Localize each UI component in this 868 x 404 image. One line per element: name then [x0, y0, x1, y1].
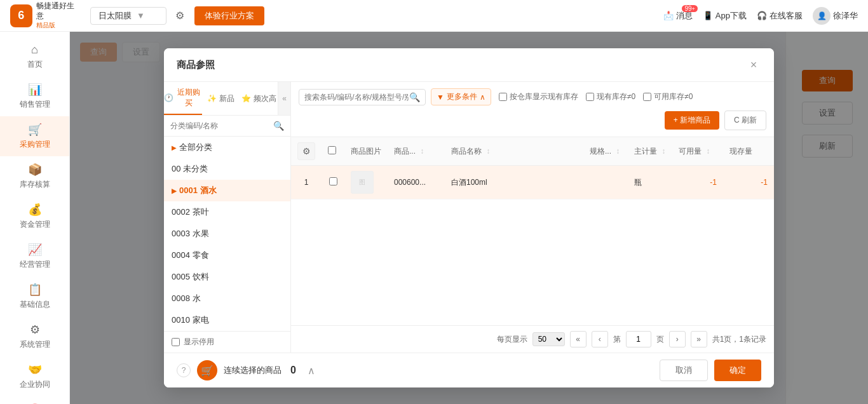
product-table: ⚙ 商品图片	[291, 137, 774, 199]
th-check[interactable]	[322, 137, 344, 166]
category-footer: 显示停用	[164, 331, 290, 353]
footer-collapse-button[interactable]: ∧	[305, 362, 318, 379]
available-sort-icon[interactable]: ↕	[706, 147, 710, 156]
last-page-button[interactable]: »	[691, 331, 707, 347]
cat-item-snack[interactable]: 0004 零食	[164, 245, 290, 266]
phone-icon: 📱	[703, 11, 713, 20]
page-suffix: 页	[656, 334, 664, 345]
filter-button[interactable]: ▼ 更多条件 ∧	[431, 88, 491, 105]
store-selector[interactable]: 日太阳膜 ▼	[90, 7, 166, 25]
layout: ⌂ 首页 📊 销售管理 🛒 采购管理 📦 库存核算 💰 资金管理 📈 经营管理 …	[0, 32, 868, 404]
sidebar-item-operations[interactable]: 📈 经营管理	[0, 236, 69, 276]
sidebar-item-purchase[interactable]: 🛒 采购管理	[0, 116, 69, 156]
filter-checkboxes: 按仓库显示现有库存 现有库存≠0 可用库存≠0	[499, 91, 693, 102]
sidebar-item-system[interactable]: ⚙ 系统管理	[0, 316, 69, 356]
category-search: 🔍	[164, 116, 290, 137]
spec-sort-icon[interactable]: ↕	[616, 147, 620, 156]
show-disabled-label[interactable]: 显示停用	[184, 337, 214, 347]
nav-right: 📩 消息 99+ 📱 App下载 🎧 在线客服 👤 徐泽华	[663, 7, 858, 25]
logo-text: 畅捷通好生意	[36, 1, 80, 21]
pagination-bar: 每页显示 50 20 100 « ‹ 第 页 ›	[291, 325, 774, 353]
logo-badge: 精品版	[36, 21, 80, 30]
show-disabled-checkbox[interactable]	[172, 338, 180, 346]
code-sort-icon[interactable]: ↕	[420, 147, 424, 156]
cart-button[interactable]: 🛒	[197, 360, 217, 380]
row-num: 1	[291, 166, 322, 199]
footer-left: ? 🛒 连续选择的商品 0 ∧	[177, 360, 318, 380]
sidebar-item-guide[interactable]: 🎯 新手引导	[0, 396, 69, 404]
th-code[interactable]: 商品... ↕	[388, 137, 445, 166]
th-stock[interactable]: 现存量	[723, 137, 774, 166]
category-collapse-button[interactable]: «	[278, 82, 290, 115]
unit-sort-icon[interactable]: ↕	[661, 147, 665, 156]
trial-button[interactable]: 体验行业方案	[194, 6, 264, 25]
sidebar-item-basics[interactable]: 📋 基础信息	[0, 276, 69, 316]
page-number-input[interactable]	[626, 331, 651, 347]
app-download-item[interactable]: 📱 App下载	[703, 10, 747, 22]
cart-count: 0	[290, 365, 296, 376]
cat-tab-new[interactable]: ✨ 新品	[202, 82, 240, 115]
cat-item-uncategorized[interactable]: 00 未分类	[164, 158, 290, 180]
product-search-icon[interactable]: 🔍	[409, 92, 420, 102]
cat-tab-recent[interactable]: 🕐 近期购买	[164, 82, 202, 115]
row-check[interactable]	[322, 166, 344, 199]
sidebar: ⌂ 首页 📊 销售管理 🛒 采购管理 📦 库存核算 💰 资金管理 📈 经营管理 …	[0, 32, 70, 404]
row-stock: -1	[723, 166, 774, 199]
th-available[interactable]: 可用量 ↕	[672, 137, 723, 166]
cat-item-tea[interactable]: 0002 茶叶	[164, 201, 290, 223]
purchase-icon: 🛒	[28, 123, 42, 137]
category-search-input[interactable]	[170, 121, 273, 130]
operations-icon: 📈	[28, 243, 42, 257]
stock-nonzero-check[interactable]: 现有库存≠0	[586, 91, 635, 102]
headset-icon: 🎧	[757, 11, 767, 20]
category-search-icon[interactable]: 🔍	[273, 121, 284, 131]
total-records: 共1页，1条记录	[712, 334, 766, 345]
th-unit[interactable]: 主计量 ↕	[628, 137, 672, 166]
th-spec[interactable]: 规格... ↕	[583, 137, 628, 166]
cat-item-liquor[interactable]: ▶ 0001 酒水	[164, 180, 290, 201]
cat-item-fruit[interactable]: 0003 水果	[164, 223, 290, 245]
help-icon[interactable]: ?	[177, 363, 191, 377]
sidebar-item-finance[interactable]: 💰 资金管理	[0, 196, 69, 236]
user-item[interactable]: 👤 徐泽华	[813, 7, 858, 25]
cat-liquor-arrow: ▶	[172, 187, 177, 194]
modal-overlay: 商品参照 × 🕐 近期购买 ✨	[70, 32, 868, 404]
online-service-item[interactable]: 🎧 在线客服	[757, 10, 803, 22]
refresh-button[interactable]: C 刷新	[724, 111, 766, 130]
add-product-button[interactable]: + 新增商品	[665, 111, 719, 130]
sidebar-item-collab[interactable]: 🤝 企业协同	[0, 356, 69, 396]
cat-item-beverage[interactable]: 0005 饮料	[164, 266, 290, 288]
sidebar-item-home[interactable]: ⌂ 首页	[0, 37, 69, 76]
table-row[interactable]: 1 图 000600... 白酒100ml 瓶 -1 -1	[291, 166, 774, 199]
first-page-button[interactable]: «	[570, 331, 587, 347]
row-img: 图	[344, 166, 388, 199]
filter-icon: ▼	[437, 93, 444, 102]
available-nonzero-check[interactable]: 可用库存≠0	[643, 91, 693, 102]
message-icon: 📩	[663, 11, 674, 20]
select-all-checkbox[interactable]	[328, 146, 336, 154]
warehouse-display-check[interactable]: 按仓库显示现有库存	[499, 91, 578, 102]
confirm-button[interactable]: 确定	[714, 360, 761, 381]
th-config[interactable]: ⚙	[291, 137, 322, 166]
table-config-icon[interactable]: ⚙	[297, 142, 315, 160]
settings-icon[interactable]: ⚙	[173, 7, 187, 24]
category-tabs: 🕐 近期购买 ✨ 新品 ⭐ 频次高 «	[164, 82, 290, 116]
modal-close-button[interactable]: ×	[746, 57, 761, 72]
per-page-select[interactable]: 50 20 100	[532, 332, 565, 346]
modal-footer: ? 🛒 连续选择的商品 0 ∧ 取消 确定	[164, 353, 774, 387]
cancel-button[interactable]: 取消	[660, 360, 708, 381]
next-page-button[interactable]: ›	[669, 331, 686, 347]
product-search-input[interactable]	[304, 93, 409, 102]
cat-item-water[interactable]: 0008 水	[164, 288, 290, 309]
cat-tab-frequent[interactable]: ⭐ 频次高	[240, 82, 278, 115]
messages-item[interactable]: 📩 消息 99+	[663, 10, 693, 22]
sidebar-item-sales[interactable]: 📊 销售管理	[0, 76, 69, 116]
row-name: 白酒100ml	[445, 166, 583, 199]
cat-item-all[interactable]: ▶ 全部分类	[164, 137, 290, 158]
prev-page-button[interactable]: ‹	[592, 331, 608, 347]
cat-item-appliance[interactable]: 0010 家电	[164, 309, 290, 331]
sidebar-item-inventory[interactable]: 📦 库存核算	[0, 156, 69, 196]
name-sort-icon[interactable]: ↕	[486, 147, 490, 156]
th-name[interactable]: 商品名称 ↕	[445, 137, 583, 166]
toolbar-right: + 新增商品 C 刷新	[665, 111, 766, 130]
